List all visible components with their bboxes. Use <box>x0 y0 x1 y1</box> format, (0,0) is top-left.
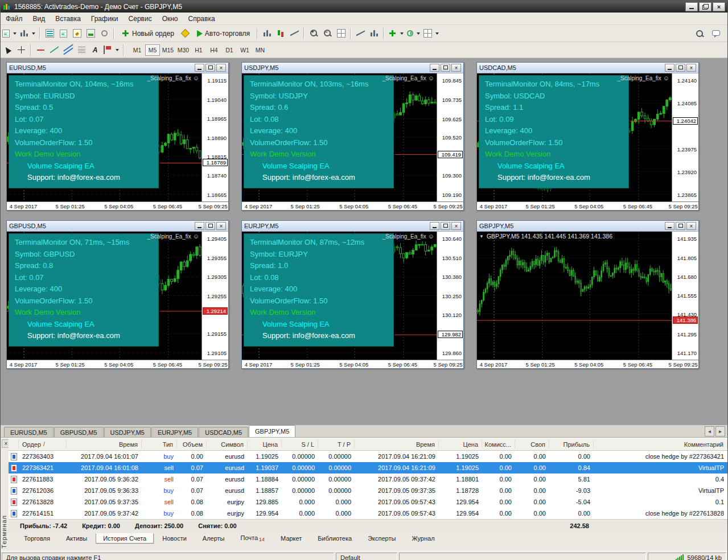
price-axis[interactable]: 1.191151.190401.189651.188901.188151.187… <box>201 73 228 201</box>
column-header-9[interactable]: Цена <box>439 440 482 448</box>
zoom-out-button[interactable]: − <box>320 27 334 40</box>
search-button[interactable] <box>692 27 706 40</box>
chart-close-button[interactable]: × <box>216 64 226 72</box>
chart-tab-gbpusd-m5[interactable]: GBPUSD,M5 <box>54 427 104 437</box>
tile-windows-button[interactable] <box>334 27 348 40</box>
ea-name-label[interactable]: _Scalping_Ea_fix ☺ <box>147 233 199 240</box>
chart-window-titlebar[interactable]: GBPUSD,M5 × <box>7 221 228 232</box>
zoom-in-button[interactable]: + <box>307 27 320 40</box>
menu-item-6[interactable]: Справка <box>183 15 220 23</box>
timeframe-m1[interactable]: M1 <box>130 44 145 56</box>
column-header-2[interactable]: Тип <box>142 440 177 448</box>
ea-name-label[interactable]: _Scalping_Ea_fix ☺ <box>617 75 669 81</box>
chart-minimize-button[interactable] <box>430 222 439 230</box>
title-bar[interactable]: 1568885: Activtrades-Demo - Демо Счет - … <box>1 1 727 13</box>
chart-tab-usdcad-m5[interactable]: USDCAD,M5 <box>199 427 248 437</box>
chart-window-titlebar[interactable]: USDCAD,M5 × <box>477 63 698 73</box>
close-button[interactable]: × <box>713 2 725 11</box>
fibonacci-button[interactable] <box>75 43 88 56</box>
data-window-button[interactable] <box>56 27 70 40</box>
chart-window[interactable]: GBPUSD,M5 × TerminalMonitor ON, 71ms, ~1… <box>6 220 229 369</box>
ea-smiley-icon[interactable]: ☺ <box>193 233 199 240</box>
auto-scroll-button[interactable] <box>353 27 367 40</box>
tabs-scroll-left-button[interactable]: ◄ <box>705 426 714 437</box>
history-row[interactable]: 2276120362017.09.05 9:36:33buy0.07eurusd… <box>9 485 727 496</box>
price-axis[interactable]: 109.845109.735109.625109.520109.300109.1… <box>437 73 463 201</box>
chart-minimize-button[interactable] <box>195 222 204 230</box>
column-header-11[interactable]: Своп <box>515 440 549 448</box>
menu-item-0[interactable]: Файл <box>1 15 28 23</box>
time-axis[interactable]: 4 Sep 20175 Sep 01:255 Sep 04:055 Sep 06… <box>477 360 698 368</box>
history-row[interactable]: 2276141512017.09.05 9:37:42buy0.08eurjpy… <box>9 508 727 519</box>
terminal-tab-3[interactable]: Новости <box>155 533 194 543</box>
timeframe-m5[interactable]: M5 <box>145 44 160 56</box>
column-header-13[interactable]: Комментарий <box>594 440 727 448</box>
chart-plot[interactable]: TerminalMonitor ON, 104ms, ~16msSymbol: … <box>7 73 201 201</box>
chart-tab-usdjpy-m5[interactable]: USDJPY,M5 <box>104 427 151 437</box>
timeframe-mn[interactable]: MN <box>253 44 268 56</box>
menu-item-4[interactable]: Сервис <box>124 15 157 23</box>
chart-close-button[interactable]: × <box>686 64 696 72</box>
menu-item-2[interactable]: Вставка <box>50 15 86 23</box>
chart-restore-button[interactable] <box>205 222 215 230</box>
chart-tab-eurusd-m5[interactable]: EURUSD,M5 <box>4 427 54 437</box>
chart-close-button[interactable]: × <box>686 222 696 230</box>
ea-smiley-icon[interactable]: ☺ <box>428 233 434 240</box>
chart-restore-button[interactable] <box>205 64 215 72</box>
ea-smiley-icon[interactable]: ☺ <box>663 75 669 81</box>
candlestick-button[interactable] <box>274 27 287 40</box>
chart-minimize-button[interactable] <box>195 64 204 72</box>
column-header-8[interactable]: Время <box>355 440 439 448</box>
chart-window[interactable]: USDJPY,M5 × TerminalMonitor ON, 103ms, ~… <box>241 62 464 211</box>
history-row[interactable]: 2273634212017.09.04 16:01:08sell0.07euru… <box>9 462 727 473</box>
navigator-button[interactable]: ◆ <box>70 27 84 40</box>
timeframe-d1[interactable]: D1 <box>222 44 237 56</box>
status-profile[interactable]: Default <box>336 553 397 560</box>
chart-plot[interactable]: TerminalMonitor ON, 103ms, ~16msSymbol: … <box>242 73 437 201</box>
autotrading-button[interactable]: Авто-торговля <box>192 27 254 40</box>
profiles-button[interactable] <box>18 27 37 40</box>
chart-close-button[interactable]: × <box>451 64 461 72</box>
chart-minimize-button[interactable] <box>430 64 439 72</box>
chart-window-titlebar[interactable]: EURUSD,M5 × <box>7 63 228 73</box>
time-axis[interactable]: 4 Sep 20175 Sep 01:255 Sep 04:055 Sep 06… <box>7 360 228 368</box>
text-button[interactable]: A <box>88 43 102 56</box>
ea-smiley-icon[interactable]: ☺ <box>193 75 199 81</box>
line-chart-button[interactable] <box>287 27 301 40</box>
column-header-7[interactable]: T / P <box>318 440 355 448</box>
indicators-button[interactable] <box>386 27 405 40</box>
ea-name-label[interactable]: _Scalping_Ea_fix ☺ <box>382 233 434 240</box>
periods-button[interactable] <box>405 27 422 40</box>
chart-window-titlebar[interactable]: USDJPY,M5 × <box>242 63 463 73</box>
chart-restore-button[interactable] <box>441 222 450 230</box>
terminal-tab-6[interactable]: Маркет <box>273 533 309 543</box>
column-header-1[interactable]: Время <box>67 440 142 448</box>
time-axis[interactable]: 4 Sep 20175 Sep 01:255 Sep 04:055 Sep 06… <box>7 201 228 210</box>
templates-button[interactable] <box>422 27 441 40</box>
horizontal-line-button[interactable] <box>34 43 47 56</box>
price-axis[interactable]: 1.294051.293551.293051.292551.291551.291… <box>201 232 228 360</box>
chart-close-button[interactable]: × <box>216 222 226 230</box>
new-chart-button[interactable] <box>1 27 18 40</box>
ea-smiley-icon[interactable]: ☺ <box>428 75 434 81</box>
terminal-tab-2[interactable]: История Счета <box>96 533 154 543</box>
chat-button[interactable] <box>709 27 723 40</box>
terminal-button[interactable] <box>84 27 97 40</box>
chart-restore-button[interactable] <box>676 222 685 230</box>
cursor-button[interactable] <box>1 43 14 56</box>
chart-window[interactable]: USDCAD,M5 × TerminalMonitor ON, 84ms, ~1… <box>476 62 699 211</box>
terminal-tab-7[interactable]: Библиотека <box>310 533 359 543</box>
chart-tab-eurjpy-m5[interactable]: EURJPY,M5 <box>151 427 198 437</box>
terminal-tab-9[interactable]: Журнал <box>404 533 442 543</box>
menu-item-3[interactable]: Графики <box>86 15 124 23</box>
column-header-12[interactable]: Прибыль <box>549 440 594 448</box>
column-header-4[interactable]: Символ <box>207 440 248 448</box>
market-watch-button[interactable] <box>43 27 56 40</box>
chart-restore-button[interactable] <box>441 64 450 72</box>
timeframe-m15[interactable]: M15 <box>161 44 175 56</box>
new-order-button[interactable]: Новый ордер <box>117 27 179 40</box>
chart-plot[interactable]: TerminalMonitor ON, 71ms, ~15msSymbol: G… <box>7 232 201 360</box>
channel-button[interactable] <box>61 43 75 56</box>
chart-minimize-button[interactable] <box>665 222 674 230</box>
history-row[interactable]: 2276118832017.09.05 9:36:32sell0.07eurus… <box>9 473 727 485</box>
